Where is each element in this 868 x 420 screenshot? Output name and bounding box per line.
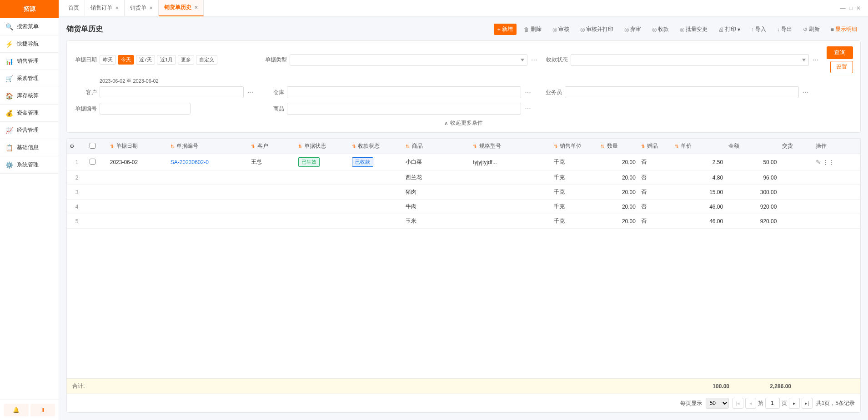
tab-sales-history-close[interactable]: ✕: [194, 5, 198, 10]
row-checkbox[interactable]: [87, 154, 107, 170]
doc-type-select[interactable]: [290, 54, 527, 66]
notification-button[interactable]: 🔔: [4, 404, 29, 416]
code-sort-icon[interactable]: ⇅: [171, 144, 174, 149]
date-sort-icon[interactable]: ⇅: [110, 144, 114, 149]
goods-sort-icon[interactable]: ⇅: [406, 144, 409, 149]
doc-code-link[interactable]: SA-20230602-0: [171, 159, 209, 165]
table-settings-col[interactable]: ⚙: [67, 139, 87, 154]
date-1month[interactable]: 近1月: [157, 55, 176, 65]
pay-sort-icon[interactable]: ⇅: [352, 144, 356, 149]
pay-status-select[interactable]: [571, 54, 808, 66]
row-date: [107, 200, 168, 214]
row-checkbox[interactable]: [87, 170, 107, 185]
refresh-label: 刷新: [809, 25, 820, 33]
first-page-button[interactable]: |◂: [733, 398, 743, 409]
collect-button[interactable]: ◎ 收款: [648, 24, 672, 35]
pay-status-dots[interactable]: ···: [812, 56, 819, 64]
gear-icon: ⚙️: [5, 161, 13, 169]
price-sort-icon[interactable]: ⇅: [675, 144, 678, 149]
sidebar-item-inventory[interactable]: 🏠 库存核算: [0, 87, 59, 105]
row-spec: [470, 185, 551, 200]
spec-sort-icon[interactable]: ⇅: [473, 144, 477, 149]
tab-sales-order-close[interactable]: ✕: [115, 5, 119, 10]
abandon-button[interactable]: ◎ 弃审: [621, 24, 645, 35]
date-7days[interactable]: 近7天: [136, 55, 155, 65]
salesperson-input[interactable]: [565, 86, 799, 98]
batch-change-button[interactable]: ◎ 批量变更: [676, 24, 711, 35]
delete-button[interactable]: 🗑 删除: [520, 24, 545, 35]
date-custom[interactable]: 自定义: [196, 55, 217, 65]
date-yesterday[interactable]: 昨天: [100, 55, 116, 65]
table-select-all-col[interactable]: [87, 139, 107, 154]
audit-button[interactable]: ◎ 审核: [549, 24, 573, 35]
col-price-label: 单价: [681, 143, 692, 149]
salesperson-dots[interactable]: ···: [802, 89, 809, 96]
date-more[interactable]: 更多: [178, 55, 194, 65]
last-page-button[interactable]: ▸|: [802, 398, 813, 409]
page-size-select[interactable]: 20 50 100: [706, 398, 729, 409]
qty-sort-icon[interactable]: ⇅: [601, 144, 604, 149]
gift-sort-icon[interactable]: ⇅: [641, 144, 645, 149]
import-button[interactable]: ↑ 导入: [748, 24, 770, 35]
sidebar-item-label: 系统管理: [17, 161, 39, 169]
page-number-input[interactable]: [765, 398, 780, 409]
tab-sales-delivery[interactable]: 销货单 ✕: [125, 0, 159, 16]
next-page-button[interactable]: ▸: [789, 398, 800, 409]
filter-settings-button[interactable]: 设置: [830, 61, 853, 73]
audit-print-button[interactable]: ◎ 审核并打印: [577, 24, 617, 35]
more-action-icon[interactable]: ⋮⋮: [823, 159, 834, 165]
row-action: ✎⋮⋮: [813, 154, 860, 170]
sidebar-item-basic-info[interactable]: 📋 基础信息: [0, 139, 59, 156]
query-button[interactable]: 查询: [827, 46, 853, 59]
warehouse-dots[interactable]: ···: [524, 89, 532, 96]
tab-sales-delivery-close[interactable]: ✕: [149, 5, 153, 10]
prev-page-button[interactable]: ◂: [745, 398, 756, 409]
audit-print-label: 审核并打印: [586, 25, 613, 33]
window-controls: — □ ✕: [837, 5, 864, 11]
col-trade: 交货: [779, 139, 813, 154]
warehouse-input[interactable]: [287, 86, 521, 98]
customer-dots[interactable]: ···: [246, 89, 254, 96]
row-checkbox[interactable]: [87, 214, 107, 229]
sidebar-item-search-menu[interactable]: 🔍 搜索菜单: [0, 18, 59, 35]
summary-qty: 100.00: [693, 383, 729, 390]
date-today[interactable]: 今天: [118, 55, 134, 65]
sidebar-item-sales-mgmt[interactable]: 📊 销售管理: [0, 53, 59, 70]
pause-button[interactable]: ⏸: [30, 404, 55, 416]
sidebar-item-label: 经营管理: [17, 126, 39, 134]
sidebar-item-label: 快捷导航: [17, 40, 39, 48]
status-sort-icon[interactable]: ⇅: [298, 144, 302, 149]
tab-sales-history[interactable]: 销货单历史 ✕: [159, 0, 204, 16]
add-button[interactable]: + 新增: [494, 24, 517, 35]
col-spec-label: 规格型号: [479, 143, 501, 149]
row-checkbox[interactable]: [87, 185, 107, 200]
doc-type-dots[interactable]: ···: [530, 56, 538, 64]
refresh-button[interactable]: ↺ 刷新: [799, 24, 823, 35]
show-detail-button[interactable]: ■ 显示明细: [827, 24, 861, 35]
goods-dots[interactable]: ···: [524, 105, 532, 112]
customer-sort-icon[interactable]: ⇅: [251, 144, 255, 149]
close-button[interactable]: ✕: [856, 5, 861, 11]
tab-home[interactable]: 首页: [63, 0, 85, 16]
minimize-button[interactable]: —: [840, 5, 846, 11]
sidebar-item-label: 基础信息: [17, 144, 39, 151]
sidebar-item-operations[interactable]: 📈 经营管理: [0, 122, 59, 139]
sidebar-item-purchase-mgmt[interactable]: 🛒 采购管理: [0, 70, 59, 87]
tab-sales-order[interactable]: 销售订单 ✕: [85, 0, 125, 16]
col-spec: ⇅ 规格型号: [470, 139, 551, 154]
sidebar-item-quick-nav[interactable]: ⚡ 快捷导航: [0, 35, 59, 53]
unit-sort-icon[interactable]: ⇅: [554, 144, 557, 149]
print-button[interactable]: 🖨 打印 ▾: [715, 24, 744, 35]
table-settings-icon[interactable]: ⚙: [70, 143, 75, 150]
customer-input[interactable]: [100, 86, 244, 98]
edit-icon[interactable]: ✎: [816, 159, 821, 165]
docno-input[interactable]: [100, 103, 191, 115]
goods-input[interactable]: [287, 103, 521, 115]
export-button[interactable]: ↓ 导出: [773, 24, 796, 35]
sidebar-item-finance[interactable]: 💰 资金管理: [0, 105, 59, 122]
select-all-checkbox[interactable]: [90, 143, 95, 149]
sidebar-item-system-mgmt[interactable]: ⚙️ 系统管理: [0, 156, 59, 174]
collapse-button[interactable]: ∧ 收起更多条件: [74, 119, 853, 127]
row-checkbox[interactable]: [87, 200, 107, 214]
maximize-button[interactable]: □: [849, 5, 853, 11]
